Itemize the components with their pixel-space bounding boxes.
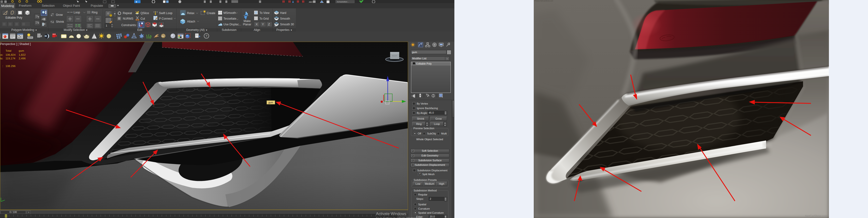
- svg-text:To View: To View: [259, 11, 270, 14]
- svg-text:Use Displac...: Use Displac...: [223, 23, 241, 26]
- svg-text:Create: Create: [207, 11, 215, 15]
- svg-text:RIGHT: RIGHT: [392, 55, 398, 57]
- svg-text:Ring: Ring: [92, 11, 98, 14]
- svg-text:HF: HF: [155, 36, 158, 39]
- svg-text:Photos NetCarShow.com: Photos NetCarShow.com: [534, 0, 553, 2]
- svg-text:?: ?: [206, 34, 208, 38]
- svg-text:gum: gum: [268, 101, 273, 104]
- svg-text:106,824: 106,824: [5, 53, 16, 56]
- svg-text:1: 1: [106, 24, 107, 27]
- svg-text:ts:: ts:: [0, 57, 3, 60]
- svg-text:X: X: [256, 23, 258, 26]
- svg-text:0x: 0x: [162, 35, 164, 37]
- svg-text:gum: gum: [19, 49, 24, 52]
- svg-text:QSlice: QSlice: [141, 11, 149, 15]
- svg-text::: :: [2, 65, 3, 68]
- svg-text:NURMS: NURMS: [123, 17, 133, 20]
- svg-text:Repeat: Repeat: [123, 11, 132, 15]
- svg-text:Tessellate: Tessellate: [223, 17, 237, 20]
- svg-text:Perspective ] [ Shaded ]: Perspective ] [ Shaded ]: [0, 42, 31, 46]
- svg-text:Planar: Planar: [243, 23, 251, 26]
- svg-text:Loop: Loop: [73, 11, 80, 14]
- svg-text:Cut: Cut: [141, 17, 145, 20]
- svg-text:Schastsilber...: Schastsilber...: [337, 1, 349, 3]
- svg-text:30: 30: [274, 25, 276, 27]
- svg-text:Hard: Hard: [280, 11, 286, 14]
- svg-text:Constraints:: Constraints:: [121, 24, 137, 27]
- svg-text:ABC: ABC: [309, 1, 313, 3]
- svg-text:Total: Total: [5, 49, 11, 52]
- svg-text:Shrink: Shrink: [56, 20, 64, 24]
- svg-text:vs:: vs:: [0, 53, 3, 56]
- svg-text:108.296: 108.296: [5, 65, 16, 68]
- svg-text:Attach: Attach: [187, 20, 195, 23]
- svg-text:NetCarShow.com: NetCarShow.com: [805, 214, 828, 218]
- svg-text:P Connect: P Connect: [159, 17, 173, 20]
- svg-text:Smooth: Smooth: [280, 17, 290, 20]
- svg-text:Make: Make: [244, 20, 251, 23]
- svg-text:Editable Poly: Editable Poly: [5, 16, 22, 20]
- svg-text:Z: Z: [268, 23, 270, 26]
- svg-text:Grow: Grow: [56, 13, 63, 16]
- svg-text:Smooth 30: Smooth 30: [280, 23, 294, 26]
- svg-text:2,496: 2,496: [19, 57, 26, 60]
- svg-text:MSmooth: MSmooth: [223, 11, 236, 14]
- svg-text:119,174: 119,174: [5, 57, 16, 60]
- svg-text:Y: Y: [262, 23, 264, 26]
- svg-text:To Grid: To Grid: [259, 17, 269, 20]
- svg-text:1,822: 1,822: [19, 53, 26, 56]
- svg-text:Relax: Relax: [187, 11, 194, 15]
- svg-text:Swift Loop: Swift Loop: [159, 11, 173, 15]
